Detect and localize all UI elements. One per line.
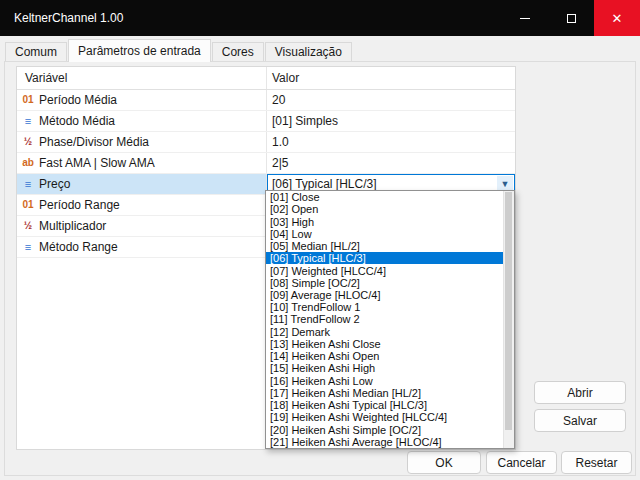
double-param-icon: ½ xyxy=(21,132,35,152)
save-button[interactable]: Salvar xyxy=(534,409,626,432)
dropdown-option[interactable]: [11] TrendFollow 2 xyxy=(266,313,503,325)
param-name: Método Média xyxy=(39,111,115,131)
ok-button[interactable]: OK xyxy=(407,451,481,474)
tab-comum[interactable]: Comum xyxy=(5,42,67,61)
dropdown-option[interactable]: [02] Open xyxy=(266,203,503,215)
param-value[interactable]: 1.0 xyxy=(266,132,515,152)
tab-parametros-de-entrada[interactable]: Parâmetros de entrada xyxy=(68,39,211,62)
dropdown-option[interactable]: [18] Heiken Ashi Typical [HLC/3] xyxy=(266,399,503,411)
dropdown-option[interactable]: [13] Heiken Ashi Close xyxy=(266,338,503,350)
column-header-variable: Variável xyxy=(17,67,266,89)
param-name: Phase/Divisor Média xyxy=(39,132,149,152)
table-row: ½ Phase/Divisor Média 1.0 xyxy=(17,132,515,153)
maximize-icon xyxy=(567,14,576,23)
column-header-value: Valor xyxy=(266,67,515,89)
dropdown-option[interactable]: [20] Heiken Ashi Simple [OC/2] xyxy=(266,423,503,435)
reset-button[interactable]: Resetar xyxy=(561,451,632,474)
dropdown-option[interactable]: [07] Weighted [HLCC/4] xyxy=(266,264,503,276)
minimize-icon xyxy=(520,18,530,19)
close-button[interactable]: ✕ xyxy=(594,0,640,36)
dropdown-option[interactable]: [17] Heiken Ashi Median [HL/2] xyxy=(266,387,503,399)
param-name: Fast AMA | Slow AMA xyxy=(39,153,155,173)
string-param-icon: ab xyxy=(21,153,35,173)
param-name: Período Média xyxy=(39,90,117,110)
dropdown-option[interactable]: [16] Heiken Ashi Low xyxy=(266,375,503,387)
table-row: ≡ Método Média [01] Simples xyxy=(17,111,515,132)
dropdown-option[interactable]: [05] Median [HL/2] xyxy=(266,240,503,252)
dropdown-option[interactable]: [19] Heiken Ashi Weighted [HLCC/4] xyxy=(266,411,503,423)
enum-param-icon: ≡ xyxy=(21,174,35,194)
dropdown-option[interactable]: [04] Low xyxy=(266,228,503,240)
tab-cores[interactable]: Cores xyxy=(212,42,264,61)
dropdown-scrollbar[interactable] xyxy=(503,191,514,448)
titlebar: KeltnerChannel 1.00 ✕ xyxy=(0,0,640,36)
dropdown-option-list: [01] Close [02] Open [03] High [04] Low … xyxy=(266,191,503,448)
param-name: Multiplicador xyxy=(39,216,106,236)
dropdown-option[interactable]: [03] High xyxy=(266,215,503,227)
param-name: Método Range xyxy=(39,237,118,257)
dropdown-option[interactable]: [12] Demark xyxy=(266,326,503,338)
dropdown-option[interactable]: [01] Close xyxy=(266,191,503,203)
close-icon: ✕ xyxy=(612,11,623,26)
window-controls: ✕ xyxy=(502,0,640,36)
param-value[interactable]: 2|5 xyxy=(266,153,515,173)
minimize-button[interactable] xyxy=(502,0,548,36)
dropdown-option[interactable]: [08] Simple [OC/2] xyxy=(266,277,503,289)
int-param-icon: 01 xyxy=(21,195,35,215)
scrollbar-thumb[interactable] xyxy=(505,192,512,430)
param-name: Período Range xyxy=(39,195,120,215)
enum-param-icon: ≡ xyxy=(21,111,35,131)
table-header: Variável Valor xyxy=(17,67,515,90)
param-value[interactable]: [01] Simples xyxy=(266,111,515,131)
int-param-icon: 01 xyxy=(21,90,35,110)
dropdown-option-selected[interactable]: [06] Typical [HLC/3] xyxy=(266,252,503,264)
tabstrip: Comum Parâmetros de entrada Cores Visual… xyxy=(5,39,353,62)
double-param-icon: ½ xyxy=(21,216,35,236)
param-value[interactable]: 20 xyxy=(266,90,515,110)
open-button[interactable]: Abrir xyxy=(534,381,626,404)
dropdown-option[interactable]: [09] Average [HLOC/4] xyxy=(266,289,503,301)
dropdown-option[interactable]: [14] Heiken Ashi Open xyxy=(266,350,503,362)
enum-param-icon: ≡ xyxy=(21,237,35,257)
price-dropdown-popup: [01] Close [02] Open [03] High [04] Low … xyxy=(265,190,515,449)
param-name: Preço xyxy=(39,174,70,194)
dropdown-option[interactable]: [10] TrendFollow 1 xyxy=(266,301,503,313)
table-row: 01 Período Média 20 xyxy=(17,90,515,111)
maximize-button[interactable] xyxy=(548,0,594,36)
window-title: KeltnerChannel 1.00 xyxy=(14,0,123,36)
dropdown-option[interactable]: [15] Heiken Ashi High xyxy=(266,362,503,374)
cancel-button[interactable]: Cancelar xyxy=(486,451,557,474)
table-row: ab Fast AMA | Slow AMA 2|5 xyxy=(17,153,515,174)
dropdown-option[interactable]: [21] Heiken Ashi Average [HLOC/4] xyxy=(266,436,503,448)
tab-visualizacao[interactable]: Visualização xyxy=(265,42,352,61)
